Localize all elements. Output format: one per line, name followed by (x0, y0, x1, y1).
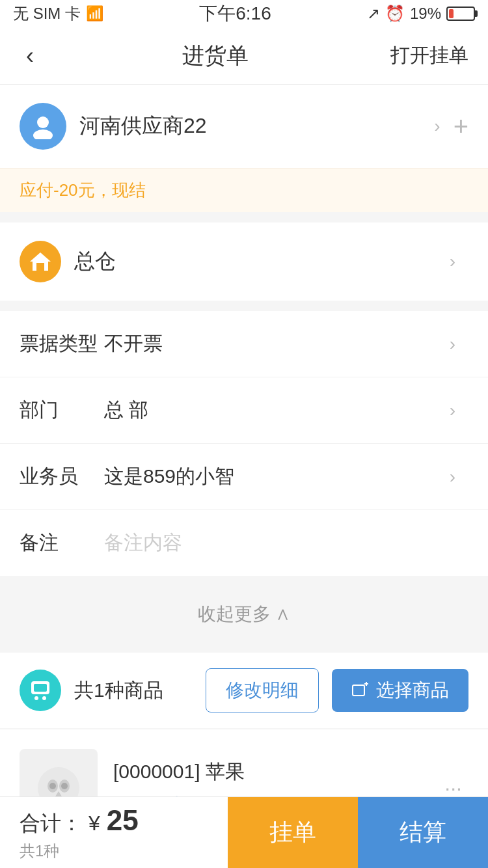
supplier-row[interactable]: 河南供应商22 › + (0, 85, 488, 168)
footer-count: 共1种 (20, 841, 208, 861)
nav-bar: ‹ 进货单 打开挂单 (0, 27, 488, 85)
svg-point-6 (42, 696, 46, 700)
divider-1 (0, 642, 488, 653)
back-button[interactable]: ‹ (20, 36, 40, 76)
location-icon: ↗ (367, 5, 380, 23)
warehouse-name: 总仓 (74, 247, 450, 276)
remark-row[interactable]: 备注 备注内容 (0, 510, 488, 576)
goods-count: 共1种商品 (74, 677, 193, 704)
content: 河南供应商22 › + 应付-20元，现结 总仓 › 票据类型 不开票 › 部门 (0, 85, 488, 868)
total-label: 合计： (20, 809, 82, 838)
pending-button[interactable]: 挂单 (228, 797, 358, 868)
collapse-label: 收起更多 ∧ (198, 602, 291, 627)
page-title: 进货单 (182, 41, 249, 71)
goods-icon (20, 670, 61, 711)
invoice-type-value: 不开票 (104, 331, 450, 357)
svg-point-0 (37, 116, 49, 128)
battery-icon (446, 7, 475, 21)
total-amount: 25 (107, 804, 139, 837)
warehouse-section: 总仓 › (0, 223, 488, 301)
cart-icon (29, 679, 52, 702)
invoice-type-label: 票据类型 (20, 331, 104, 357)
invoice-type-arrow: › (450, 334, 455, 355)
status-bar: 无 SIM 卡 📶 下午6:16 ↗ ⏰ 19% (0, 0, 488, 27)
department-row[interactable]: 部门 总 部 › (0, 377, 488, 444)
svg-rect-8 (353, 685, 364, 696)
department-label: 部门 (20, 397, 104, 424)
salesperson-label: 业务员 (20, 463, 104, 490)
checkout-label: 结算 (400, 817, 446, 848)
invoice-type-row[interactable]: 票据类型 不开票 › (0, 311, 488, 377)
status-right: ↗ ⏰ 19% (367, 5, 475, 23)
collapse-button[interactable]: 收起更多 ∧ (0, 586, 488, 642)
department-value: 总 部 (104, 397, 450, 424)
svg-point-1 (33, 129, 53, 139)
alarm-icon: ⏰ (385, 5, 405, 23)
remark-input[interactable]: 备注内容 (104, 530, 468, 556)
notice-bar: 应付-20元，现结 (0, 168, 488, 212)
open-pending-button[interactable]: 打开挂单 (390, 42, 468, 69)
total-symbol: ¥ (88, 811, 100, 835)
salesperson-value: 这是859的小智 (104, 463, 450, 490)
svg-point-14 (49, 783, 56, 789)
home-icon (29, 250, 52, 273)
select-goods-icon (351, 681, 370, 699)
department-arrow: › (450, 400, 455, 421)
select-goods-label: 选择商品 (376, 678, 449, 703)
edit-detail-button[interactable]: 修改明细 (206, 668, 319, 712)
footer-total-area: 合计： ¥ 25 共1种 (0, 797, 228, 868)
wifi-icon: 📶 (86, 5, 103, 22)
battery-percent: 19% (410, 5, 441, 23)
supplier-avatar (20, 103, 66, 150)
add-supplier-button[interactable]: + (454, 112, 468, 141)
supplier-arrow-icon: › (434, 116, 440, 137)
svg-point-5 (34, 696, 38, 700)
salesperson-row[interactable]: 业务员 这是859的小智 › (0, 444, 488, 510)
footer-total-row: 合计： ¥ 25 (20, 804, 208, 838)
form-section: 票据类型 不开票 › 部门 总 部 › 业务员 这是859的小智 › 备注 备注… (0, 311, 488, 576)
pending-label: 挂单 (269, 817, 316, 848)
battery-fill (449, 9, 454, 18)
status-time: 下午6:16 (199, 1, 271, 26)
product-name: [0000001] 苹果 (113, 759, 422, 785)
svg-rect-3 (36, 263, 44, 271)
goods-header: 共1种商品 修改明细 选择商品 (0, 653, 488, 728)
supplier-section: 河南供应商22 › + 应付-20元，现结 (0, 85, 488, 212)
warehouse-row[interactable]: 总仓 › (0, 223, 488, 301)
person-icon (30, 113, 56, 139)
warehouse-arrow-icon: › (450, 251, 455, 272)
svg-point-15 (61, 783, 68, 789)
supplier-name: 河南供应商22 (79, 112, 434, 141)
warehouse-icon (20, 241, 61, 282)
svg-rect-7 (34, 684, 47, 692)
status-left: 无 SIM 卡 📶 (13, 3, 103, 24)
salesperson-arrow: › (450, 467, 455, 487)
footer: 合计： ¥ 25 共1种 挂单 结算 (0, 796, 488, 868)
checkout-button[interactable]: 结算 (358, 797, 488, 868)
remark-label: 备注 (20, 530, 104, 556)
select-goods-button[interactable]: 选择商品 (332, 669, 468, 712)
carrier-text: 无 SIM 卡 (13, 3, 81, 24)
